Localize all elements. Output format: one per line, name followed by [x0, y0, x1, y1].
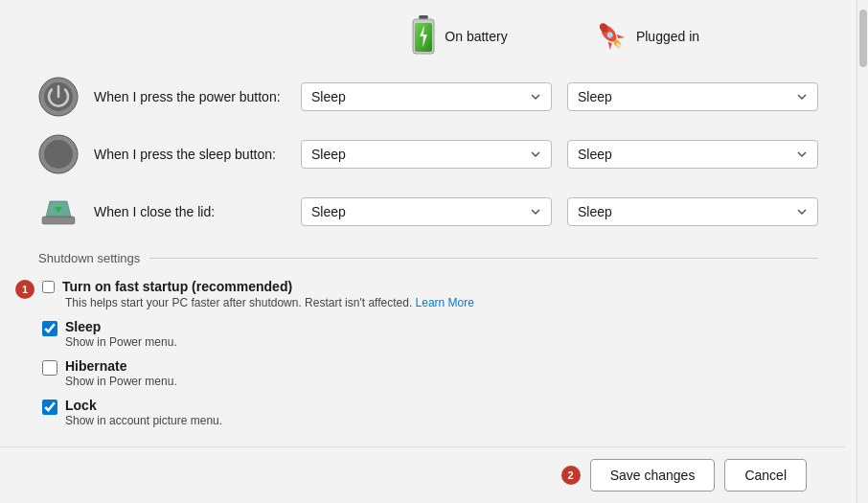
power-button-plugged-dropdown-wrapper: Sleep Do nothing Hibernate Shut down Tur… — [567, 82, 818, 111]
sleep-button-battery-dropdown-wrapper: Sleep Do nothing Hibernate Shut down Tur… — [301, 140, 552, 169]
lock-label-group: Lock Show in account picture menu. — [65, 398, 222, 427]
header-row: On battery Pl — [38, 15, 818, 57]
sleep-sub: Show in Power menu. — [65, 335, 177, 349]
on-battery-col: On battery — [373, 15, 545, 57]
shutdown-settings: 1 Turn on fast startup (recommended) Thi… — [38, 279, 818, 427]
close-lid-row: When I close the lid: Sleep Do nothing H… — [38, 192, 818, 232]
fast-startup-checkbox[interactable] — [42, 281, 55, 293]
sleep-button-icon — [38, 134, 79, 174]
power-button-battery-dropdown-wrapper: Sleep Do nothing Hibernate Shut down Tur… — [301, 82, 552, 111]
svg-point-14 — [44, 140, 73, 169]
sleep-label-group: Sleep Show in Power menu. — [65, 319, 177, 349]
hibernate-checkbox-row: Hibernate Show in Power menu. — [42, 358, 818, 388]
battery-icon — [410, 15, 437, 57]
save-changes-button[interactable]: Save changes — [590, 459, 716, 492]
sleep-button-battery-dropdown[interactable]: Sleep Do nothing Hibernate Shut down Tur… — [301, 140, 552, 169]
fast-startup-header: Turn on fast startup (recommended) — [42, 279, 474, 294]
sleep-checkbox-row: Sleep Show in Power menu. — [42, 319, 818, 349]
svg-rect-15 — [42, 217, 75, 224]
sleep-button-dropdowns: Sleep Do nothing Hibernate Shut down Tur… — [301, 140, 818, 169]
power-button-row: When I press the power button: Sleep Do … — [38, 77, 818, 117]
svg-marker-6 — [605, 40, 615, 50]
hibernate-label-group: Hibernate Show in Power menu. — [65, 358, 177, 388]
on-battery-label: On battery — [445, 29, 507, 44]
fast-startup-content: Turn on fast startup (recommended) This … — [42, 279, 474, 309]
sleep-button-label: When I press the sleep button: — [94, 147, 286, 162]
plugged-in-col: Plugged in — [560, 19, 733, 54]
shutdown-section-label: Shutdown settings — [38, 251, 140, 265]
lid-battery-dropdown[interactable]: Sleep Do nothing Hibernate Shut down Tur… — [301, 197, 552, 226]
svg-rect-0 — [419, 15, 428, 19]
sleep-button-row: When I press the sleep button: Sleep Do … — [38, 134, 818, 174]
lid-battery-dropdown-wrapper: Sleep Do nothing Hibernate Shut down Tur… — [301, 197, 552, 226]
scrollbar[interactable] — [857, 0, 868, 503]
divider-line — [149, 258, 818, 259]
footer: 2 Save changes Cancel — [0, 446, 845, 503]
power-button-dropdowns: Sleep Do nothing Hibernate Shut down Tur… — [301, 82, 818, 111]
hibernate-sub: Show in Power menu. — [65, 375, 177, 388]
power-button-battery-dropdown[interactable]: Sleep Do nothing Hibernate Shut down Tur… — [301, 82, 552, 111]
close-lid-label: When I close the lid: — [94, 204, 286, 219]
shutdown-divider: Shutdown settings — [38, 251, 818, 265]
power-button-icon — [38, 77, 79, 117]
lock-checkbox[interactable] — [42, 400, 57, 415]
plugged-in-label: Plugged in — [636, 29, 699, 44]
hibernate-checkbox[interactable] — [42, 360, 57, 376]
lock-title[interactable]: Lock — [65, 398, 222, 413]
badge-1: 1 — [15, 280, 34, 299]
fast-startup-title[interactable]: Turn on fast startup (recommended) — [62, 279, 292, 294]
sleep-button-plugged-dropdown[interactable]: Sleep Do nothing Hibernate Shut down Tur… — [567, 140, 818, 169]
power-button-label: When I press the power button: — [94, 89, 286, 104]
sleep-title[interactable]: Sleep — [65, 319, 177, 334]
svg-marker-7 — [615, 32, 625, 41]
hibernate-title[interactable]: Hibernate — [65, 358, 177, 374]
close-lid-icon — [38, 192, 79, 232]
fast-startup-desc: This helps start your PC faster after sh… — [65, 296, 474, 309]
cancel-button[interactable]: Cancel — [724, 459, 807, 492]
sleep-button-plugged-dropdown-wrapper: Sleep Do nothing Hibernate Shut down Tur… — [567, 140, 818, 169]
power-button-plugged-dropdown[interactable]: Sleep Do nothing Hibernate Shut down Tur… — [567, 82, 818, 111]
badge-2: 2 — [561, 466, 581, 485]
sleep-checkbox[interactable] — [42, 321, 57, 336]
learn-more-link[interactable]: Learn More — [416, 296, 474, 309]
lid-plugged-dropdown-wrapper: Sleep Do nothing Hibernate Shut down Tur… — [567, 197, 818, 226]
close-lid-dropdowns: Sleep Do nothing Hibernate Shut down Tur… — [301, 197, 818, 226]
lock-checkbox-row: Lock Show in account picture menu. — [42, 398, 818, 427]
lock-sub: Show in account picture menu. — [65, 414, 222, 427]
rocket-icon — [594, 19, 628, 54]
scrollbar-thumb[interactable] — [859, 10, 867, 67]
main-content: On battery Pl — [0, 0, 857, 503]
lid-plugged-dropdown[interactable]: Sleep Do nothing Hibernate Shut down Tur… — [567, 197, 818, 226]
